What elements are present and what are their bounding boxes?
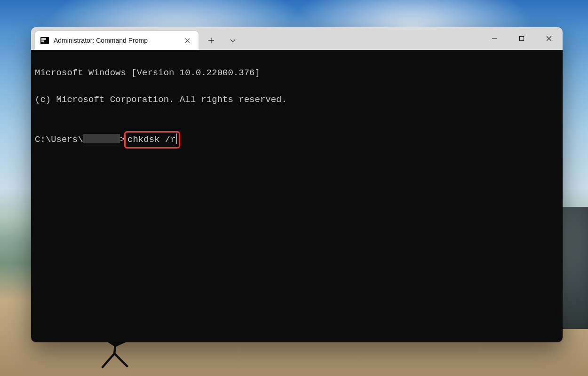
maximize-button[interactable] (508, 27, 535, 50)
minimize-button[interactable] (481, 27, 508, 50)
tab-dropdown-button[interactable] (222, 31, 244, 50)
window-titlebar[interactable]: Administrator: Command Promp (31, 27, 563, 50)
close-window-button[interactable] (535, 27, 563, 50)
maximize-icon (519, 36, 524, 41)
tab-close-button[interactable] (181, 34, 194, 47)
new-tab-button[interactable] (200, 31, 222, 50)
redacted-username (83, 134, 120, 143)
prompt-prefix: C:\Users\ (35, 134, 83, 145)
command-highlight: chkdsk /r (124, 131, 180, 149)
close-icon (546, 36, 552, 41)
svg-line-1 (103, 353, 114, 367)
plus-icon (208, 37, 215, 44)
desktop-background: Administrator: Command Promp (0, 0, 588, 376)
svg-line-2 (114, 353, 127, 366)
close-icon (185, 38, 190, 43)
text-cursor (176, 133, 177, 144)
minimize-icon (492, 36, 497, 41)
terminal-output-line: Microsoft Windows [Version 10.0.22000.37… (35, 66, 559, 80)
tab-title: Administrator: Command Promp (54, 37, 176, 44)
terminal-output-line: (c) Microsoft Corporation. All rights re… (35, 93, 559, 107)
command-prompt-icon (40, 37, 49, 44)
terminal-prompt-line: C:\Users\>chkdsk /r (35, 134, 180, 145)
svg-rect-6 (520, 37, 524, 41)
terminal-window: Administrator: Command Promp (31, 27, 563, 342)
terminal-pane[interactable]: Microsoft Windows [Version 10.0.22000.37… (31, 50, 563, 342)
tab-command-prompt[interactable]: Administrator: Command Promp (35, 31, 199, 50)
chevron-down-icon (230, 37, 236, 44)
window-controls (481, 27, 563, 50)
typed-command: chkdsk /r (127, 134, 176, 145)
